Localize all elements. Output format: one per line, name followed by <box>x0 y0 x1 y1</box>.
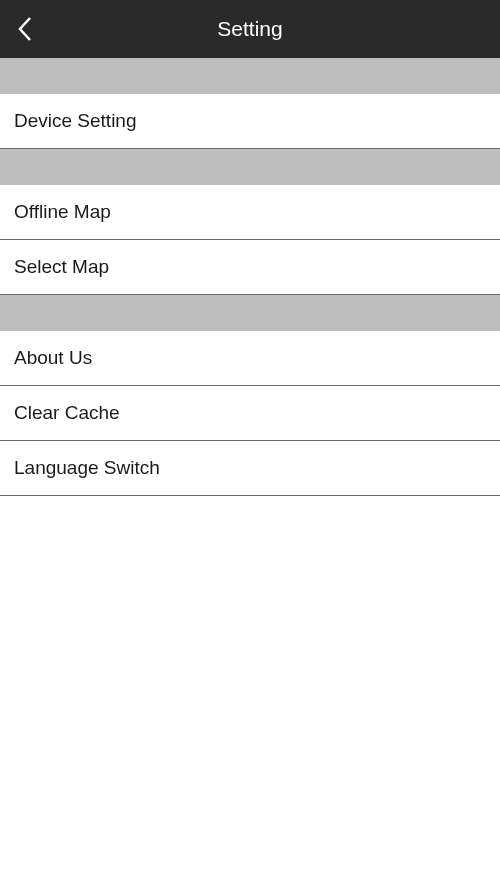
list-item-label: About Us <box>14 347 92 368</box>
list-item-label: Clear Cache <box>14 402 120 423</box>
list-item-label: Select Map <box>14 256 109 277</box>
list-item-about-us[interactable]: About Us <box>0 331 500 386</box>
list-item-clear-cache[interactable]: Clear Cache <box>0 386 500 441</box>
list-item-label: Offline Map <box>14 201 111 222</box>
section-divider <box>0 295 500 331</box>
list-item-label: Device Setting <box>14 110 137 131</box>
list-item-offline-map[interactable]: Offline Map <box>0 185 500 240</box>
chevron-left-icon <box>16 15 34 43</box>
section-divider <box>0 149 500 185</box>
list-item-select-map[interactable]: Select Map <box>0 240 500 295</box>
list-item-device-setting[interactable]: Device Setting <box>0 94 500 149</box>
back-button[interactable] <box>10 14 40 44</box>
section-divider <box>0 58 500 94</box>
header: Setting <box>0 0 500 58</box>
list-item-label: Language Switch <box>14 457 160 478</box>
list-item-language-switch[interactable]: Language Switch <box>0 441 500 496</box>
page-title: Setting <box>0 17 500 41</box>
